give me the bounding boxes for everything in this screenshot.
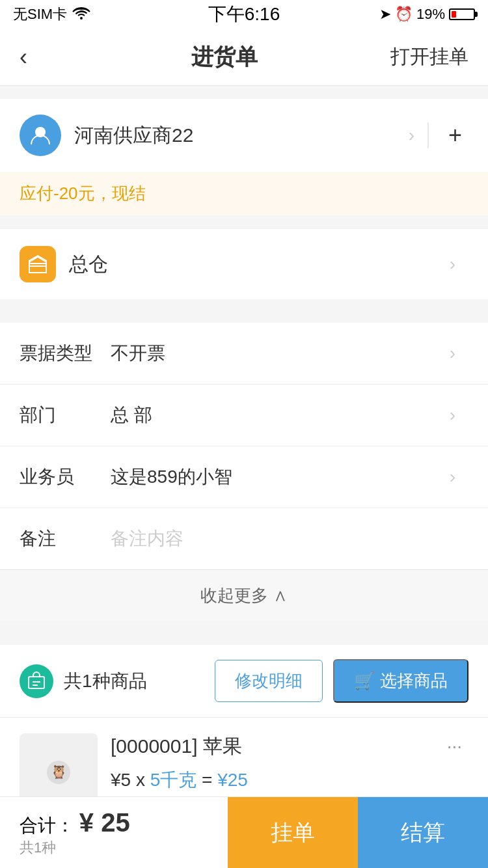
warehouse-name: 总仓 bbox=[69, 251, 450, 278]
salesperson-value: 这是859的小智 bbox=[111, 465, 450, 489]
note-row[interactable]: 备注 备注内容 bbox=[0, 508, 488, 569]
checkout-button[interactable]: 结算 bbox=[358, 797, 488, 869]
supplier-row[interactable]: 河南供应商22 › + bbox=[0, 99, 488, 172]
page-title: 进货单 bbox=[191, 42, 258, 72]
status-time: 下午6:16 bbox=[208, 2, 280, 27]
supplier-section: 河南供应商22 › + 应付-20元，现结 bbox=[0, 99, 488, 215]
product-count-icon bbox=[20, 664, 53, 698]
product-code: [0000001] bbox=[111, 735, 203, 757]
product-equals: = bbox=[197, 770, 217, 790]
note-label: 备注 bbox=[20, 526, 111, 551]
product-count-text: 共1种商品 bbox=[64, 669, 215, 694]
warehouse-row[interactable]: 总仓 › bbox=[0, 228, 488, 299]
warehouse-icon bbox=[20, 246, 56, 282]
warehouse-chevron-icon: › bbox=[450, 254, 455, 275]
add-supplier-button[interactable]: + bbox=[442, 122, 468, 149]
location-icon: ➤ bbox=[379, 6, 391, 23]
invoice-value: 不开票 bbox=[111, 341, 450, 366]
open-hang-button[interactable]: 打开挂单 bbox=[390, 44, 468, 70]
battery-percent: 19% bbox=[416, 6, 445, 23]
invoice-chevron-icon: › bbox=[450, 343, 455, 364]
svg-text:🦉: 🦉 bbox=[51, 764, 67, 780]
footer-total-amount: ¥ 25 bbox=[79, 808, 130, 837]
footer-total-label: 合计： bbox=[20, 815, 74, 835]
hang-button[interactable]: 挂单 bbox=[228, 797, 358, 869]
product-title: 苹果 bbox=[203, 735, 242, 757]
footer-total-count: 共1种 bbox=[20, 838, 208, 858]
footer-total: 合计： ¥ 25 共1种 bbox=[0, 808, 228, 858]
nav-bar: ‹ 进货单 打开挂单 bbox=[0, 29, 488, 86]
supplier-name: 河南供应商22 bbox=[74, 122, 409, 149]
dept-row[interactable]: 部门 总 部 › bbox=[0, 385, 488, 446]
status-bar: 无SIM卡 下午6:16 ➤ ⏰ 19% bbox=[0, 0, 488, 29]
product-info: [0000001] 苹果 ¥5 x 5千克 = ¥25 bbox=[111, 733, 441, 793]
battery-icon bbox=[449, 8, 475, 20]
modify-detail-button[interactable]: 修改明细 bbox=[215, 660, 323, 702]
dept-label: 部门 bbox=[20, 403, 111, 427]
invoice-row[interactable]: 票据类型 不开票 › bbox=[0, 323, 488, 385]
footer: 合计： ¥ 25 共1种 挂单 结算 bbox=[0, 796, 488, 868]
product-unit-price: ¥5 x bbox=[111, 770, 150, 790]
invoice-label: 票据类型 bbox=[20, 341, 111, 366]
dept-value: 总 部 bbox=[111, 403, 450, 427]
salesperson-label: 业务员 bbox=[20, 465, 111, 489]
collapse-more-button[interactable]: 收起更多 ∧ bbox=[0, 569, 488, 621]
warehouse-section: 总仓 › bbox=[0, 228, 488, 299]
spacer-4 bbox=[0, 621, 488, 634]
note-input[interactable]: 备注内容 bbox=[111, 526, 468, 551]
alarm-icon: ⏰ bbox=[395, 6, 413, 23]
product-quantity: 5千克 bbox=[150, 770, 197, 790]
dept-chevron-icon: › bbox=[450, 405, 455, 426]
back-button[interactable]: ‹ bbox=[20, 44, 59, 71]
supplier-info-banner: 应付-20元，现结 bbox=[0, 172, 488, 215]
wifi-icon bbox=[72, 5, 90, 23]
supplier-avatar bbox=[20, 115, 61, 156]
signal-text: 无SIM卡 bbox=[13, 5, 67, 24]
salesperson-chevron-icon: › bbox=[450, 467, 455, 487]
cart-icon: 🛒 bbox=[354, 671, 375, 691]
form-section: 票据类型 不开票 › 部门 总 部 › 业务员 这是859的小智 › 备注 备注… bbox=[0, 323, 488, 569]
products-header: 共1种商品 修改明细 🛒 选择商品 bbox=[0, 645, 488, 718]
supplier-chevron-icon: › bbox=[409, 125, 414, 146]
salesperson-row[interactable]: 业务员 这是859的小智 › bbox=[0, 446, 488, 508]
spacer-3 bbox=[0, 299, 488, 312]
supplier-divider bbox=[427, 122, 429, 148]
spacer-1 bbox=[0, 86, 488, 99]
select-product-button[interactable]: 🛒 选择商品 bbox=[333, 659, 468, 703]
product-more-button[interactable]: ··· bbox=[441, 733, 468, 759]
product-price-line: ¥5 x 5千克 = ¥25 bbox=[111, 768, 441, 793]
product-total-price: ¥25 bbox=[217, 770, 248, 790]
spacer-2 bbox=[0, 215, 488, 228]
product-name: [0000001] 苹果 bbox=[111, 733, 441, 760]
